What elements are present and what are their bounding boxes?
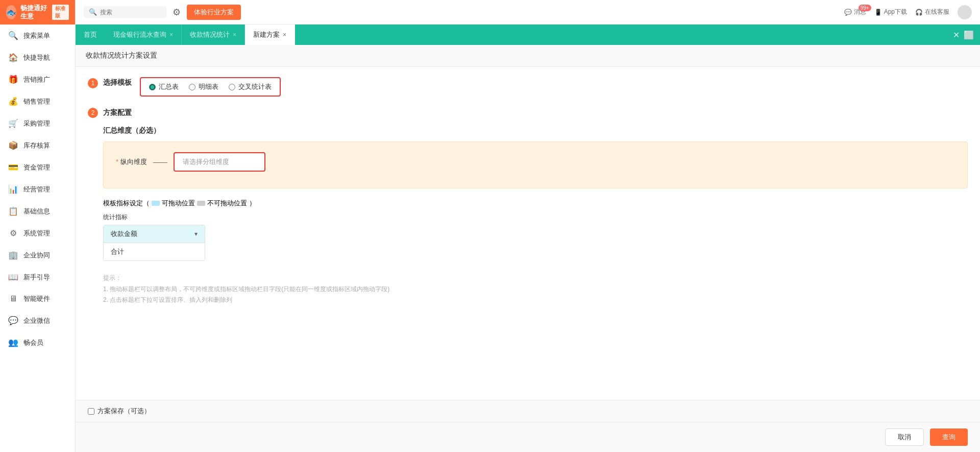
- sidebar-item-member-label: 畅会员: [23, 338, 43, 347]
- footer-buttons: 取消 查询: [76, 422, 980, 452]
- step1-block: 1 选择模板 汇总表 明细表 交叉统计表: [88, 77, 968, 97]
- vertical-dimension-row: * 纵向维度 —— 请选择分组维度: [116, 152, 955, 172]
- topbar-search-box[interactable]: 🔍: [84, 6, 166, 18]
- step2-block: 2 方案配置 汇总维度（必选） * 纵向维度 ——: [88, 107, 968, 306]
- sidebar-item-quick-nav-label: 快捷导航: [23, 53, 50, 62]
- metrics-header-label: 收款金额: [111, 229, 137, 239]
- radio-crosstab[interactable]: 交叉统计表: [229, 82, 272, 91]
- online-service-label: 在线客服: [925, 8, 949, 16]
- sidebar-item-warehouse[interactable]: 📦 库存核算: [0, 134, 75, 156]
- metrics-section: 统计指标 收款金额 ▾ 合计: [103, 213, 205, 263]
- tab-bank-flow-close-icon[interactable]: ×: [169, 31, 173, 38]
- sidebar-item-hardware-label: 智能硬件: [23, 294, 50, 303]
- radio-summary-input[interactable]: [149, 84, 156, 90]
- topbar-right: 💬 消息 99+ 📱 App下载 🎧 在线客服: [844, 5, 972, 19]
- tabbar: 首页 现金银行流水查询 × 收款情况统计 × 新建方案 × ✕ ⬜: [76, 25, 980, 45]
- radio-crosstab-label: 交叉统计表: [238, 82, 272, 91]
- metrics-config-title: 模板指标设定（: [103, 199, 150, 208]
- sidebar-item-purchase[interactable]: 🛒 采购管理: [0, 112, 75, 134]
- metrics-body-label: 合计: [111, 248, 124, 255]
- radio-detail-input[interactable]: [189, 84, 195, 90]
- monitor-icon: 🖥: [8, 294, 18, 303]
- sidebar-item-marketing[interactable]: 🎁 营销推广: [0, 68, 75, 90]
- step2-content: 汇总维度（必选） * 纵向维度 —— 请选择分组维度: [88, 126, 968, 306]
- sidebar-item-enterprise-label: 企业协同: [23, 251, 50, 260]
- topbar-search-input[interactable]: [100, 9, 161, 16]
- user-avatar[interactable]: [958, 5, 972, 19]
- topbar-gear-icon[interactable]: ⚙: [173, 7, 181, 18]
- online-service-button[interactable]: 🎧 在线客服: [915, 8, 949, 16]
- movable-label: 可拖动位置: [162, 199, 195, 208]
- metrics-table: 收款金额 ▾ 合计: [103, 225, 205, 261]
- tab-collection-stat-close-icon[interactable]: ×: [233, 31, 236, 38]
- tab-collection-stat[interactable]: 收款情况统计 ×: [182, 25, 245, 45]
- dimension-select-box[interactable]: 请选择分组维度: [174, 152, 265, 172]
- tab-bank-flow-label: 现金银行流水查询: [113, 30, 166, 39]
- sidebar-item-operations[interactable]: 📊 经营管理: [0, 178, 75, 200]
- metrics-table-header[interactable]: 收款金额 ▾: [104, 225, 205, 243]
- tab-bank-flow[interactable]: 现金银行流水查询 ×: [105, 25, 182, 45]
- sidebar-item-sales[interactable]: 💰 销售管理: [0, 90, 75, 112]
- content-area: 收款情况统计方案设置 1 选择模板 汇总表 明细表: [76, 45, 980, 452]
- sidebar-item-guide-label: 新手引导: [23, 273, 50, 282]
- radio-summary[interactable]: 汇总表: [149, 82, 179, 91]
- form-section: 1 选择模板 汇总表 明细表 交叉统计表: [76, 67, 980, 400]
- movable-position-icon: [152, 201, 160, 206]
- tab-close-all-icon[interactable]: ✕: [953, 30, 960, 40]
- sidebar-item-search[interactable]: 🔍 搜索菜单: [0, 25, 75, 46]
- sidebar-item-enterprise[interactable]: 🏢 企业协同: [0, 244, 75, 266]
- tab-collection-stat-label: 收款情况统计: [190, 30, 230, 39]
- sidebar-item-member[interactable]: 👥 畅会员: [0, 331, 75, 353]
- sidebar-item-guide[interactable]: 📖 新手引导: [0, 266, 75, 288]
- edition-badge: 标准版: [52, 5, 69, 20]
- tip-item-1: 1. 拖动标题栏可以调整布局，不可跨维度或指标区域拖动栏目字段(只能在同一维度或…: [103, 284, 968, 295]
- sidebar-item-finance-label: 资金管理: [23, 163, 50, 172]
- industry-plan-button[interactable]: 体验行业方案: [187, 5, 241, 20]
- radio-detail[interactable]: 明细表: [189, 82, 218, 91]
- building-icon: 🏢: [8, 250, 18, 260]
- radio-crosstab-input[interactable]: [229, 84, 235, 90]
- message-icon: 💬: [844, 9, 852, 16]
- sidebar-item-finance[interactable]: 💳 资金管理: [0, 156, 75, 178]
- tab-home[interactable]: 首页: [76, 30, 105, 39]
- cancel-button[interactable]: 取消: [885, 429, 924, 446]
- chart-icon: 📊: [8, 184, 18, 194]
- wechat-icon: 💬: [8, 316, 18, 325]
- search-icon: 🔍: [8, 31, 18, 40]
- step2-header: 2 方案配置: [88, 107, 140, 118]
- metrics-hint-row: 模板指标设定（ 可拖动位置 不可拖动位置 ）: [103, 199, 968, 208]
- save-checkbox-input[interactable]: [88, 408, 94, 415]
- required-star: *: [116, 158, 118, 165]
- query-button[interactable]: 查询: [930, 429, 968, 446]
- tab-new-plan[interactable]: 新建方案 ×: [245, 25, 295, 45]
- step2-num: 2: [88, 108, 98, 118]
- tip-section: 提示： 1. 拖动标题栏可以调整布局，不可跨维度或指标区域拖动栏目字段(只能在同…: [103, 273, 968, 306]
- gift-icon: 🎁: [8, 75, 18, 84]
- step1-label: 选择模板: [103, 78, 132, 87]
- sidebar-item-basic-info-label: 基础信息: [23, 207, 50, 216]
- card-icon: 💳: [8, 162, 18, 172]
- tab-new-plan-label: 新建方案: [253, 30, 280, 39]
- save-checkbox-label[interactable]: 方案保存（可选）: [88, 407, 151, 416]
- metrics-table-area: 统计指标 收款金额 ▾ 合计: [103, 213, 968, 263]
- save-label: 方案保存（可选）: [97, 407, 151, 416]
- gear-sidebar-icon: ⚙: [8, 228, 18, 238]
- sidebar-item-wechat[interactable]: 💬 企业微信: [0, 310, 75, 331]
- sidebar-item-quick-nav[interactable]: 🏠 快捷导航: [0, 46, 75, 68]
- sidebar-item-wechat-label: 企业微信: [23, 316, 50, 325]
- page-container: 收款情况统计方案设置 1 选择模板 汇总表 明细表: [76, 45, 980, 452]
- sidebar-item-warehouse-label: 库存核算: [23, 141, 50, 150]
- sidebar-item-system[interactable]: ⚙ 系统管理: [0, 222, 75, 244]
- sidebar-item-sales-label: 销售管理: [23, 97, 50, 106]
- app-download-button[interactable]: 📱 App下载: [874, 8, 907, 16]
- sidebar-item-hardware[interactable]: 🖥 智能硬件: [0, 288, 75, 310]
- money-icon: 💰: [8, 97, 18, 106]
- sidebar-item-system-label: 系统管理: [23, 229, 50, 238]
- tip-title: 提示：: [103, 274, 121, 281]
- metrics-config-suffix: ）: [249, 199, 256, 208]
- message-button[interactable]: 💬 消息 99+: [844, 8, 866, 16]
- config-area: * 纵向维度 —— 请选择分组维度: [103, 141, 968, 188]
- tab-new-plan-close-icon[interactable]: ×: [283, 31, 286, 38]
- sidebar-item-basic-info[interactable]: 📋 基础信息: [0, 200, 75, 222]
- tab-expand-icon[interactable]: ⬜: [964, 30, 974, 40]
